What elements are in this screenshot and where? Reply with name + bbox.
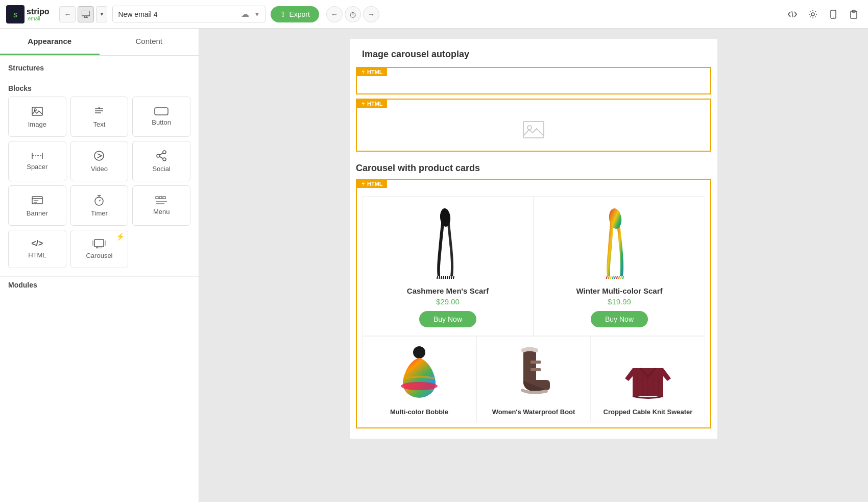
- timer-block-label: Timer: [91, 209, 108, 217]
- block-text[interactable]: Text: [70, 97, 129, 137]
- product-img-3: [391, 343, 447, 404]
- tab-content[interactable]: Content: [100, 29, 199, 55]
- svg-line-59: [449, 276, 450, 279]
- settings-button[interactable]: [805, 6, 821, 22]
- svg-rect-38: [163, 197, 165, 199]
- code-view-button[interactable]: [784, 6, 801, 22]
- svg-text:S: S: [13, 12, 17, 19]
- cloud-save-button[interactable]: ☁: [240, 8, 250, 20]
- svg-line-35: [99, 200, 101, 201]
- banner-block-icon: [31, 194, 43, 206]
- svg-line-27: [160, 153, 163, 155]
- tab-appearance[interactable]: Appearance: [0, 29, 100, 55]
- svg-line-64: [608, 276, 609, 279]
- product-2-buy-button[interactable]: Buy Now: [591, 311, 648, 327]
- block-image[interactable]: Image: [8, 97, 66, 137]
- block-menu[interactable]: Menu: [132, 185, 190, 226]
- block-spacer[interactable]: Spacer: [8, 141, 66, 181]
- section-modules: Modules: [0, 276, 199, 293]
- svg-rect-49: [523, 122, 544, 138]
- product-cards-content: Cashmere Men's Scarf $29.00 Buy Now: [362, 185, 705, 422]
- app-header: S stripo .email ← ▼ ☁ ▼ ⇧ Export ← ◷: [0, 0, 868, 29]
- section2-title: Carousel with product cards: [356, 163, 480, 173]
- lightning-icon-3: [361, 181, 365, 186]
- modules-label: Modules: [8, 281, 37, 289]
- svg-line-54: [439, 276, 440, 279]
- block-banner[interactable]: Banner: [8, 185, 66, 226]
- product-img-5: [620, 343, 676, 404]
- svg-line-60: [451, 276, 452, 279]
- svg-marker-47: [362, 69, 365, 75]
- desktop-view-button[interactable]: [78, 6, 94, 22]
- main-layout: Appearance Content Structures Blocks Ima…: [0, 29, 868, 502]
- left-sidebar: Appearance Content Structures Blocks Ima…: [0, 29, 199, 502]
- email-title-bar: ☁ ▼: [112, 6, 266, 22]
- text-icon: [93, 105, 105, 117]
- svg-rect-76: [531, 368, 541, 371]
- export-icon: ⇧: [280, 10, 286, 18]
- product-1-buy-button[interactable]: Buy Now: [419, 311, 476, 327]
- spacer-block-icon: [31, 152, 43, 160]
- section1-header: Image carousel autoplay: [350, 39, 717, 65]
- mobile-icon: [830, 10, 836, 19]
- svg-line-71: [622, 276, 623, 279]
- menu-icon: [155, 196, 167, 205]
- svg-line-58: [447, 276, 448, 279]
- html-block-3[interactable]: HTML: [356, 179, 711, 428]
- html-tag-3: HTML: [357, 180, 387, 188]
- redo-button[interactable]: →: [363, 6, 379, 22]
- svg-rect-37: [159, 197, 162, 199]
- svg-point-50: [527, 126, 532, 130]
- desktop-icon: [82, 11, 90, 18]
- button-icon: [154, 107, 168, 115]
- canvas-area: Image carousel autoplay HTML HTML: [199, 29, 868, 502]
- svg-line-66: [612, 276, 613, 279]
- svg-point-44: [97, 247, 98, 249]
- export-button[interactable]: ⇧ Export: [271, 6, 319, 22]
- block-video[interactable]: Video: [70, 141, 129, 181]
- text-block-label: Text: [93, 121, 106, 128]
- bobble-hat-svg: [396, 345, 442, 401]
- section-structures: Structures: [0, 56, 199, 76]
- right-toolbar: [784, 6, 862, 22]
- block-html[interactable]: </> HTML: [8, 230, 66, 268]
- product-row-2: Multi-color Bobble: [362, 336, 705, 422]
- block-button[interactable]: Button: [132, 97, 190, 137]
- svg-line-63: [606, 276, 607, 279]
- video-block-label: Video: [91, 165, 108, 173]
- svg-line-53: [437, 276, 438, 279]
- html-block-1[interactable]: HTML: [356, 67, 711, 94]
- view-dropdown-button[interactable]: ▼: [96, 6, 107, 22]
- product-card-5: Cropped Cable Knit Sweater: [591, 336, 705, 422]
- svg-line-55: [441, 276, 442, 279]
- block-carousel[interactable]: ⚡ Carousel: [70, 230, 129, 268]
- email-title-input[interactable]: [118, 10, 235, 18]
- html-block-2-content: [362, 105, 705, 146]
- mobile-view-button[interactable]: [825, 6, 841, 22]
- svg-line-65: [610, 276, 611, 279]
- svg-line-67: [614, 276, 615, 279]
- block-social[interactable]: Social: [132, 141, 190, 181]
- svg-point-9: [833, 16, 834, 17]
- back-button[interactable]: ←: [59, 6, 76, 22]
- image-block-icon: [31, 105, 43, 117]
- product-img-1: [412, 205, 484, 281]
- product-row-1: Cashmere Men's Scarf $29.00 Buy Now: [362, 196, 705, 336]
- svg-point-45: [99, 247, 100, 249]
- html-block-2[interactable]: HTML: [356, 99, 711, 152]
- email-canvas: Image carousel autoplay HTML HTML: [350, 39, 717, 439]
- menu-block-icon: [155, 196, 167, 205]
- history-button[interactable]: ◷: [345, 6, 361, 22]
- block-timer[interactable]: Timer: [70, 185, 129, 226]
- title-dropdown-icon[interactable]: ▼: [254, 11, 260, 18]
- svg-point-74: [401, 382, 438, 390]
- svg-point-23: [163, 151, 166, 154]
- carousel-badge-icon: ⚡: [116, 232, 125, 241]
- html-tag-1: HTML: [357, 68, 387, 76]
- video-icon: [93, 150, 105, 162]
- product-4-name: Women's Waterproof Boot: [492, 408, 575, 416]
- undo-button[interactable]: ←: [326, 6, 343, 22]
- clipboard-button[interactable]: [846, 6, 862, 22]
- svg-line-57: [445, 276, 446, 279]
- svg-rect-36: [156, 197, 158, 199]
